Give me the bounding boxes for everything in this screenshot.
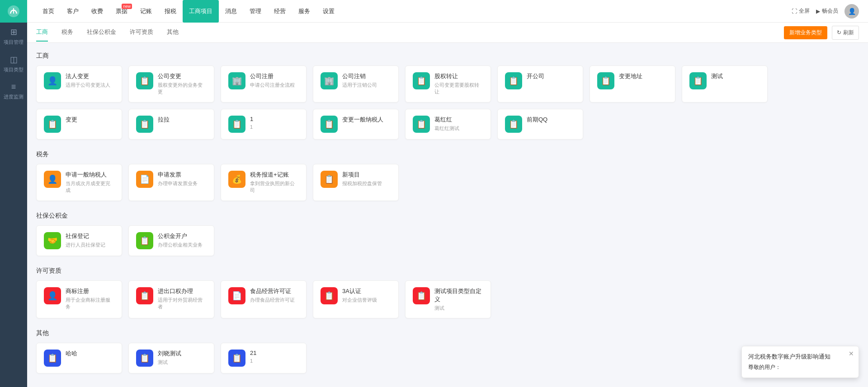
- section-title-license: 许可资质: [36, 267, 859, 275]
- fullscreen-icon: ⛶: [792, 8, 797, 14]
- card-icon-legal-change: 👤: [44, 72, 61, 89]
- card-icon-import-export: 📋: [136, 287, 153, 304]
- card-icon-apply-invoice: 📄: [136, 171, 153, 188]
- card-change-address[interactable]: 📋 变更地址: [590, 65, 675, 103]
- card-icon-lala: 📋: [136, 116, 153, 133]
- card-legal-change[interactable]: 👤 法人变更 适用于公司变更法人: [36, 65, 122, 103]
- fullscreen-btn[interactable]: ⛶ 全屏: [792, 7, 810, 15]
- card-icon-food-license: 📄: [228, 287, 245, 304]
- card-fund-account[interactable]: 📋 公积金开户 办理公积金相关业务: [128, 225, 214, 256]
- card-apply-invoice[interactable]: 📄 申请发票 办理申请发票业务: [128, 164, 214, 201]
- card-icon-company-register: 🏢: [228, 72, 245, 89]
- card-twenty-one[interactable]: 📋 21 1: [221, 343, 307, 373]
- nav-manage[interactable]: 管理: [243, 0, 268, 23]
- card-icon-tax-report: 💰: [228, 171, 245, 188]
- nav-operations[interactable]: 经营: [268, 0, 292, 23]
- card-desc-ge-red: 葛红红测试: [434, 125, 483, 132]
- tab-other[interactable]: 其他: [167, 23, 179, 42]
- nav-messages[interactable]: 消息: [219, 0, 243, 23]
- card-name-3a-cert: 3A认证: [342, 287, 391, 295]
- cards-grid-other: 📋 哈哈 📋 刘晓测试 测试 📋: [36, 343, 859, 373]
- card-company-change[interactable]: 📋 公司变更 股权变更外的业务变更: [128, 65, 214, 103]
- card-change-tax[interactable]: 📋 变更一般纳税人: [313, 109, 399, 140]
- card-name-apply-invoice: 申请发票: [158, 171, 207, 179]
- card-desc-tax-report: 拿到营业执照的新公司: [250, 180, 299, 194]
- tab-license[interactable]: 许可资质: [130, 23, 153, 42]
- refresh-icon: ↻: [837, 29, 841, 36]
- card-desc-liu-xiao-test: 测试: [158, 359, 207, 366]
- card-icon-company-cancel: 🏢: [321, 72, 338, 89]
- card-name-change1: 变更: [66, 116, 114, 124]
- sidebar: ⊞ 项目管理 ◫ 项目类型 ≡ 进度监测: [0, 0, 27, 387]
- nav-tax[interactable]: 报税: [158, 0, 183, 23]
- tab-tax[interactable]: 税务: [61, 23, 73, 42]
- card-test-type[interactable]: 📋 测试项目类型自定义 测试: [405, 280, 491, 318]
- card-icon-equity-transfer: 📋: [413, 72, 430, 89]
- notification-close-btn[interactable]: ✕: [849, 350, 854, 357]
- vip-btn[interactable]: ▶ 畅会员: [816, 7, 838, 15]
- card-name-social-register: 社保登记: [66, 232, 114, 240]
- avatar[interactable]: 👤: [844, 4, 859, 19]
- card-trademark[interactable]: 👤 商标注册 用于企业商标注册服务: [36, 280, 122, 318]
- tab-actions: 新增业务类型 ↻ 刷新: [784, 26, 859, 40]
- tab-social[interactable]: 社保公积金: [87, 23, 116, 42]
- card-desc-company-change: 股权变更外的业务变更: [158, 82, 207, 96]
- card-food-license[interactable]: 📄 食品经营许可证 办理食品经营许可证: [221, 280, 307, 318]
- card-icon-twenty-one: 📋: [228, 350, 245, 367]
- card-icon-ge-red: 📋: [413, 116, 430, 133]
- nav-settings[interactable]: 设置: [316, 0, 341, 23]
- refresh-button[interactable]: ↻ 刷新: [832, 26, 859, 40]
- project-manage-icon: ⊞: [10, 27, 17, 37]
- nav-industry[interactable]: 工商项目: [183, 0, 219, 23]
- card-company-register[interactable]: 🏢 公司注册 申请公司注册全流程: [221, 65, 307, 103]
- sidebar-item-project-type[interactable]: ◫ 项目类型: [0, 50, 27, 78]
- nav-tickets[interactable]: 票据 new: [109, 0, 134, 23]
- card-haha[interactable]: 📋 哈哈: [36, 343, 122, 373]
- cards-grid-tax: 👤 申请一般纳税人 当月或次月成变更完成 📄 申请发票 办理申请发票业务: [36, 164, 859, 201]
- section-title-other: 其他: [36, 329, 859, 337]
- card-desc-social-register: 进行人员社保登记: [66, 242, 114, 248]
- card-change1[interactable]: 📋 变更: [36, 109, 122, 140]
- card-desc-trademark: 用于企业商标注册服务: [66, 297, 114, 311]
- logo: [0, 0, 27, 23]
- card-name-twenty-one: 21: [250, 350, 299, 356]
- section-title-social: 社保公积金: [36, 212, 859, 220]
- topnav: 首页 客户 收费 票据 new 记账 报税 工商项目 消息 管理 经营 服务 设…: [27, 0, 868, 23]
- card-3a-cert[interactable]: 📋 3A认证 对企业信誉评级: [313, 280, 399, 318]
- card-desc-food-license: 办理食品经营许可证: [250, 297, 299, 303]
- cards-grid-social: 🤝 社保登记 进行人员社保登记 📋 公积金开户 办理公积金相关业务: [36, 225, 859, 256]
- sidebar-item-project-manage[interactable]: ⊞ 项目管理: [0, 23, 27, 50]
- nav-service[interactable]: 服务: [292, 0, 316, 23]
- card-import-export[interactable]: 📋 进出口权办理 适用于对外贸易经营者: [128, 280, 214, 318]
- card-ge-red[interactable]: 📋 葛红红 葛红红测试: [405, 109, 491, 140]
- card-icon-liu-xiao-test: 📋: [136, 350, 153, 367]
- card-desc-company-register: 申请公司注册全流程: [250, 82, 299, 89]
- card-equity-transfer[interactable]: 📋 股权转让 公司变更需要股权转让: [405, 65, 491, 103]
- nav-accounting[interactable]: 记账: [134, 0, 158, 23]
- card-front-qq[interactable]: 📋 前期QQ: [497, 109, 583, 140]
- card-one[interactable]: 📋 1 1: [221, 109, 307, 140]
- card-new-project[interactable]: 📋 新项目 报税加税控盘保管: [313, 164, 399, 201]
- new-type-button[interactable]: 新增业务类型: [784, 26, 827, 39]
- nav-clients[interactable]: 客户: [61, 0, 85, 23]
- tab-industry[interactable]: 工商: [36, 23, 48, 42]
- card-company-cancel[interactable]: 🏢 公司注销 适用于注销公司: [313, 65, 399, 103]
- card-test1[interactable]: 📋 测试: [682, 65, 768, 103]
- card-tax-report[interactable]: 💰 税务报道+记账 拿到营业执照的新公司: [221, 164, 307, 201]
- card-social-register[interactable]: 🤝 社保登记 进行人员社保登记: [36, 225, 122, 256]
- content-area: 工商 税务 社保公积金 许可资质 其他 新增业务类型 ↻ 刷新 工商: [27, 23, 868, 387]
- card-open-company[interactable]: 📋 开公司: [497, 65, 583, 103]
- card-liu-xiao-test[interactable]: 📋 刘晓测试 测试: [128, 343, 214, 373]
- card-apply-general-tax[interactable]: 👤 申请一般纳税人 当月或次月成变更完成: [36, 164, 122, 201]
- card-lala[interactable]: 📋 拉拉: [128, 109, 214, 140]
- sidebar-item-progress-monitor[interactable]: ≡ 进度监测: [0, 78, 27, 105]
- card-icon-test-type: 📋: [413, 287, 430, 304]
- section-title-industry: 工商: [36, 52, 859, 60]
- nav-home[interactable]: 首页: [36, 0, 61, 23]
- card-desc-3a-cert: 对企业信誉评级: [342, 297, 391, 303]
- topnav-right: ⛶ 全屏 ▶ 畅会员 👤: [792, 4, 859, 19]
- card-icon-new-project: 📋: [321, 171, 338, 188]
- card-desc-apply-general-tax: 当月或次月成变更完成: [66, 180, 114, 194]
- nav-billing[interactable]: 收费: [85, 0, 109, 23]
- project-type-icon: ◫: [10, 55, 18, 65]
